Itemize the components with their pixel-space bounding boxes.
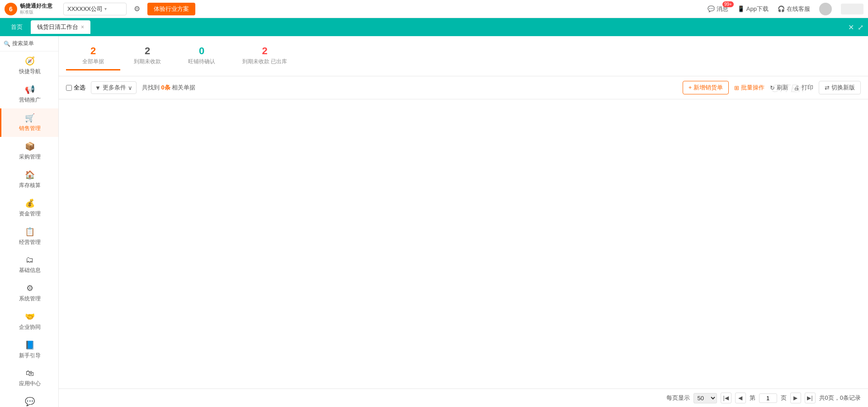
search-menu-button[interactable]: 🔍 搜索菜单 [0, 36, 58, 51]
sidebar-item-11[interactable]: 🛍 应用中心 [0, 364, 58, 392]
next-page-button[interactable]: ▶ [790, 393, 801, 403]
batch-operation-button[interactable]: ⊞ 批量操作 [734, 84, 764, 92]
stat-label-3: 到期未收款 已出库 [242, 58, 287, 65]
stat-tab-0[interactable]: 2 全部单据 [66, 42, 120, 70]
download-icon: 📱 [737, 5, 745, 12]
prev-page-button[interactable]: ◀ [735, 393, 746, 403]
app-download-button[interactable]: 📱 App下载 [737, 5, 769, 13]
sidebar-icon-4: 🏠 [25, 170, 35, 180]
logo-main: 畅捷通好生意 [20, 3, 52, 9]
page-input[interactable] [759, 393, 777, 403]
print-button[interactable]: 🖨 打印 [794, 84, 813, 92]
home-tab-label: 首页 [11, 23, 23, 31]
stat-tab-1[interactable]: 2 到期未收款 [120, 42, 175, 70]
refresh-button[interactable]: ↻ 刷新 [770, 84, 788, 92]
window-close-icon[interactable]: ✕ [848, 23, 854, 32]
logo-sub: 标准版 [20, 9, 52, 15]
stat-number-1: 2 [145, 45, 150, 57]
sidebar-item-0[interactable]: 🧭 快捷导航 [0, 51, 58, 80]
new-sales-order-button[interactable]: + 新增销货单 [683, 81, 729, 94]
sidebar-label-6: 经营管理 [19, 239, 41, 246]
window-maximize-icon[interactable]: ⤢ [858, 23, 863, 32]
logo-area: 6 畅捷通好生意 标准版 [5, 3, 63, 15]
company-name: XXXXXX公司 [67, 5, 103, 13]
sidebar-item-9[interactable]: 🤝 企业协同 [0, 307, 58, 336]
sidebar-label-8: 系统管理 [19, 295, 41, 303]
sidebar-label-11: 应用中心 [19, 380, 41, 388]
stat-label-2: 旺铺待确认 [188, 58, 215, 65]
first-page-button[interactable]: |◀ [721, 393, 731, 403]
select-all-checkbox[interactable]: 全选 [66, 84, 85, 92]
sidebar-item-4[interactable]: 🏠 库存核算 [0, 165, 58, 194]
switch-version-button[interactable]: ⇄ 切换新版 [819, 81, 861, 94]
header-right: 💬 消息 99+ 📱 App下载 🎧 在线客服 [708, 3, 863, 15]
service-icon: 🎧 [778, 5, 785, 12]
toolbar: 全选 ▼ 更多条件 ∨ 共找到 0条 相关单据 + 新增销货单 ⊞ 批量操作 ↻ [59, 76, 868, 99]
company-selector[interactable]: XXXXXX公司 ▾ [63, 3, 127, 15]
content-area: 2 全部单据2 到期未收款0 旺铺待确认2 到期未收款 已出库 全选 ▼ 更多条… [59, 36, 868, 407]
tab-close-icon[interactable]: × [81, 24, 84, 30]
sidebar-icon-8: ⚙ [26, 283, 33, 293]
pagination: 每页显示 50100200 |◀ ◀ 第 页 ▶ ▶| 共0页，0条记录 [59, 388, 868, 407]
sidebar-icon-1: 📢 [25, 84, 35, 94]
refresh-icon: ↻ [770, 84, 775, 91]
sidebar-icon-7: 🗂 [26, 255, 34, 265]
page-size-select[interactable]: 50100200 [693, 393, 717, 403]
sidebar-item-7[interactable]: 🗂 基础信息 [0, 251, 58, 279]
stats-tabs: 2 全部单据2 到期未收款0 旺铺待确认2 到期未收款 已出库 [59, 36, 868, 76]
filter-button[interactable]: ▼ 更多条件 ∨ [91, 81, 137, 94]
sidebar-item-10[interactable]: 📘 新手引导 [0, 336, 58, 364]
sidebar-item-3[interactable]: 📦 采购管理 [0, 137, 58, 165]
online-service-label: 在线客服 [787, 5, 810, 13]
sidebar-item-12[interactable]: 💬 企业微信 [0, 392, 58, 407]
sidebar-label-4: 库存核算 [19, 182, 41, 189]
sidebar-label-3: 采购管理 [19, 153, 41, 161]
found-count: 0条 [161, 84, 170, 91]
logo-icon: 6 [5, 3, 17, 15]
page-suffix: 页 [781, 394, 787, 402]
tab-home[interactable]: 首页 [5, 20, 29, 34]
sidebar-icon-3: 📦 [25, 141, 35, 151]
main-layout: 🔍 搜索菜单 🧭 快捷导航📢 营销推广🛒 销售管理📦 采购管理🏠 库存核算💰 资… [0, 36, 868, 407]
sidebar-icon-9: 🤝 [25, 312, 35, 322]
filter-label: 更多条件 [103, 84, 126, 92]
sidebar-icon-2: 🛒 [25, 113, 35, 123]
total-label: 共0页，0条记录 [819, 394, 861, 402]
message-button[interactable]: 💬 消息 99+ [708, 5, 728, 13]
tab-bar: 首页 钱货日清工作台 × ✕ ⤢ [0, 18, 868, 36]
toolbar-right: + 新增销货单 ⊞ 批量操作 ↻ 刷新 🖨 打印 ⇄ 切换新版 [683, 81, 861, 94]
stat-tab-3[interactable]: 2 到期未收款 已出库 [229, 42, 301, 70]
sidebar-icon-10: 📘 [25, 340, 35, 350]
experience-button[interactable]: 体验行业方案 [147, 3, 195, 15]
top-header: 6 畅捷通好生意 标准版 XXXXXX公司 ▾ ⚙ 体验行业方案 💬 消息 99… [0, 0, 868, 18]
stat-number-3: 2 [262, 45, 268, 57]
tab-work-bench[interactable]: 钱货日清工作台 × [31, 20, 90, 34]
select-all-input[interactable] [66, 85, 72, 91]
sidebar-label-7: 基础信息 [19, 267, 41, 274]
last-page-button[interactable]: ▶| [805, 393, 816, 403]
found-text: 共找到 0条 相关单据 [142, 84, 195, 92]
sidebar-item-6[interactable]: 📋 经营管理 [0, 222, 58, 251]
page-label: 第 [750, 394, 755, 402]
sidebar-icon-6: 📋 [25, 227, 35, 237]
sidebar-item-8[interactable]: ⚙ 系统管理 [0, 279, 58, 307]
sidebar-label-10: 新手引导 [19, 352, 41, 360]
sidebar-item-1[interactable]: 📢 营销推广 [0, 80, 58, 108]
sidebar-icon-5: 💰 [25, 198, 35, 208]
work-bench-tab-label: 钱货日清工作台 [37, 23, 78, 31]
sidebar-label-0: 快捷导航 [19, 68, 41, 75]
switch-icon: ⇄ [825, 84, 830, 91]
stat-tab-2[interactable]: 0 旺铺待确认 [175, 42, 229, 70]
sidebar: 🔍 搜索菜单 🧭 快捷导航📢 营销推广🛒 销售管理📦 采购管理🏠 库存核算💰 资… [0, 36, 59, 407]
avatar[interactable] [819, 3, 832, 15]
sidebar-icon-0: 🧭 [25, 56, 35, 66]
user-name-area [841, 4, 863, 14]
sidebar-label-1: 营销推广 [19, 96, 41, 104]
online-service-button[interactable]: 🎧 在线客服 [778, 5, 810, 13]
settings-button[interactable]: ⚙ [130, 2, 144, 16]
stat-number-2: 0 [199, 45, 204, 57]
sidebar-item-2[interactable]: 🛒 销售管理 [0, 108, 58, 137]
sidebar-icon-11: 🛍 [26, 369, 34, 378]
chevron-down-icon: ▾ [104, 6, 107, 11]
sidebar-item-5[interactable]: 💰 资金管理 [0, 194, 58, 222]
